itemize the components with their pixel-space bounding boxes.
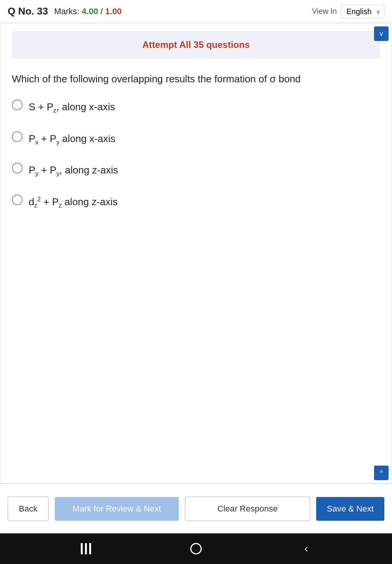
save-next-button[interactable]: Save & Next: [316, 497, 384, 521]
negative-marks: 1.00: [105, 7, 122, 16]
radio-option-4[interactable]: [12, 195, 23, 205]
marks-separator: /: [101, 7, 105, 16]
option-2[interactable]: Px + Py along x-axis: [12, 130, 380, 147]
header-left: Q No. 33 Marks: 4.00 / 1.00: [8, 5, 122, 17]
question-text: Which of the following overlapping resul…: [0, 68, 392, 98]
clear-response-button[interactable]: Clear Response: [185, 497, 310, 521]
attempt-banner: Attempt All 35 questions: [12, 31, 380, 59]
question-content-area: v Attempt All 35 questions Which of the …: [0, 23, 392, 484]
scroll-up-button[interactable]: ^: [374, 466, 389, 480]
positive-marks: 4.00: [82, 7, 98, 16]
option-4[interactable]: dz2 + Pz along z-axis: [12, 193, 380, 210]
question-number: Q No. 33: [8, 5, 48, 17]
radio-option-3[interactable]: [12, 163, 23, 173]
android-nav-bar: ‹: [0, 533, 392, 564]
language-wrapper[interactable]: English Hindi: [341, 5, 384, 18]
header-right: View In English Hindi: [312, 5, 384, 18]
view-in-label: View In: [312, 7, 337, 16]
language-select[interactable]: English Hindi: [341, 5, 384, 18]
option-3[interactable]: Py + Py, along z-axis: [12, 161, 380, 178]
back-icon[interactable]: ‹: [297, 539, 316, 558]
recent-apps-icon[interactable]: [76, 539, 95, 558]
footer-buttons: Back Mark for Review & Next Clear Respon…: [0, 484, 392, 533]
option-3-text: Py + Py, along z-axis: [29, 163, 118, 178]
header: Q No. 33 Marks: 4.00 / 1.00 View In Engl…: [0, 0, 392, 23]
radio-option-2[interactable]: [12, 131, 23, 142]
scroll-down-button[interactable]: v: [374, 26, 389, 41]
option-1-text: S + Pz, along x-axis: [29, 100, 115, 115]
option-2-text: Px + Py along x-axis: [29, 132, 115, 147]
option-1[interactable]: S + Pz, along x-axis: [12, 98, 380, 115]
attempt-banner-text: Attempt All 35 questions: [142, 39, 250, 50]
option-4-text: dz2 + Pz along z-axis: [29, 195, 118, 210]
back-button[interactable]: Back: [8, 497, 49, 521]
mark-review-button[interactable]: Mark for Review & Next: [55, 497, 179, 521]
radio-option-1[interactable]: [12, 100, 23, 110]
home-icon[interactable]: [186, 539, 206, 558]
marks-info: Marks: 4.00 / 1.00: [54, 7, 121, 16]
options-list: S + Pz, along x-axis Px + Py along x-axi…: [0, 98, 392, 210]
marks-label: Marks:: [54, 7, 79, 16]
